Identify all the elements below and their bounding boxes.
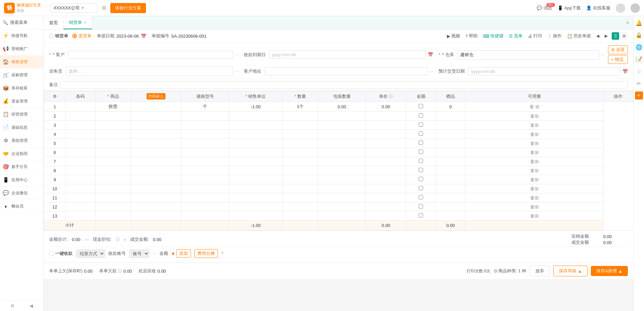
delete-row-9-icon[interactable]: 🗑 xyxy=(530,177,535,182)
order-num-value[interactable]: SA-20230606-001 xyxy=(171,34,207,39)
app-download-btn[interactable]: 📱 App下载 xyxy=(558,5,581,11)
copy-row-9-icon[interactable]: ⊞ xyxy=(535,177,539,182)
salesperson-more-icon[interactable]: ··· xyxy=(235,69,238,74)
date-value[interactable]: 2023-06-06 xyxy=(116,34,139,39)
gift-checkbox-6[interactable] xyxy=(419,150,423,154)
history-btn[interactable]: 📋 历史单据 xyxy=(566,32,592,40)
calendar-icon[interactable]: 📅 xyxy=(141,34,146,39)
copy-row-10-icon[interactable]: ⊞ xyxy=(535,186,539,191)
copy-row-12-icon[interactable]: ⊞ xyxy=(535,204,539,209)
gift-checkbox-7[interactable] xyxy=(419,159,423,163)
delete-row-6-icon[interactable]: 🗑 xyxy=(530,150,535,155)
add-payment-btn[interactable]: 添加 xyxy=(176,249,191,258)
radio-return[interactable]: 退货单 xyxy=(72,33,91,39)
sidebar-item-marketing[interactable]: 📢 营销推广 xyxy=(0,42,43,55)
expense-split-btn[interactable]: 费用分摊 xyxy=(194,249,218,258)
panel-lock-icon[interactable]: 🔒 xyxy=(635,31,643,39)
gift-checkbox-13[interactable] xyxy=(419,213,423,218)
copy-row-6-icon[interactable]: ⊞ xyxy=(535,150,539,155)
sidebar-collapse-icon[interactable]: ◀ xyxy=(30,303,33,308)
row-gift-1[interactable] xyxy=(406,102,436,112)
address-more-icon[interactable]: ··· xyxy=(430,69,433,74)
sidebar-item-app-center[interactable]: 📱 应用中心 xyxy=(0,173,43,187)
copy-row-11-icon[interactable]: ⊞ xyxy=(535,195,539,200)
copy-row-13-icon[interactable]: ⊞ xyxy=(535,213,539,219)
remarks-input[interactable] xyxy=(60,81,628,88)
delete-row-3-icon[interactable]: 🗑 xyxy=(530,122,535,128)
scan-button[interactable]: 扫码录入 xyxy=(147,93,165,100)
print-btn[interactable]: 🖨 打印 xyxy=(527,32,543,40)
tab-bar-close-icon[interactable]: × xyxy=(622,20,633,26)
row-product-1[interactable]: 拆货 xyxy=(95,102,131,112)
payment-more-icon[interactable]: ··· xyxy=(153,251,156,256)
save-new-button[interactable]: 保存&新增 ▲ xyxy=(591,266,628,276)
row-unit-1[interactable]: 个 xyxy=(181,102,229,112)
shortcut-btn[interactable]: ⌨ 快捷键 xyxy=(482,32,505,40)
copy-row-3-icon[interactable]: ⊞ xyxy=(535,122,539,128)
warehouse-input[interactable]: 建材仓 xyxy=(457,50,599,60)
grid-view-btn[interactable]: ⊞ xyxy=(620,32,628,40)
avatar[interactable] xyxy=(616,3,625,13)
receive-date-calendar-icon[interactable]: 📅 xyxy=(428,52,433,57)
delete-row-2-icon[interactable]: 🗑 xyxy=(530,113,535,119)
logistics-button[interactable]: + 物流 xyxy=(608,55,628,64)
expected-delivery-calendar-icon[interactable]: 📅 xyxy=(622,69,628,74)
customer-input[interactable] xyxy=(68,51,233,59)
sidebar-item-beginner[interactable]: 🎯 新手引导 xyxy=(0,160,43,173)
sidebar-item-vip[interactable]: ♦ 畅会员 xyxy=(0,200,43,213)
delete-row-8-icon[interactable]: 🗑 xyxy=(530,168,535,173)
sidebar-item-base-info[interactable]: 📄 基础信息 xyxy=(0,121,43,134)
sidebar-item-inventory[interactable]: 📦 库存核算 xyxy=(0,82,43,95)
delete-row-11-icon[interactable]: 🗑 xyxy=(530,195,535,200)
sidebar-settings-icon[interactable]: ⚙ xyxy=(10,303,14,308)
row-barcode-1[interactable] xyxy=(66,102,95,112)
customer-address-input[interactable] xyxy=(265,67,428,75)
gift-checkbox-3[interactable] xyxy=(419,122,423,127)
delete-row-7-icon[interactable]: 🗑 xyxy=(530,159,535,164)
operation-btn[interactable]: ⋮ 操作 xyxy=(546,32,563,40)
one-click-payment-checkbox[interactable]: 一键收款 xyxy=(49,250,73,257)
warehouse-more-icon[interactable]: ··· xyxy=(601,52,605,57)
one-click-checkbox[interactable] xyxy=(49,251,54,256)
sidebar-item-wechat[interactable]: 💬 企业微信 xyxy=(0,187,43,200)
copy-row-2-icon[interactable]: ⊞ xyxy=(535,113,539,119)
payment-method-select[interactable]: 结算方式 xyxy=(76,249,105,258)
delete-row-10-icon[interactable]: 🗑 xyxy=(530,186,535,191)
copy-row-8-icon[interactable]: ⊞ xyxy=(535,168,539,173)
product-type-icon[interactable]: ⊙ xyxy=(494,268,497,273)
save-draft-button[interactable]: 保存草稿 ▲ xyxy=(553,266,588,276)
sidebar-item-purchase-mgmt[interactable]: 🛒 采购管理 xyxy=(0,69,43,82)
tab-close-icon[interactable]: × xyxy=(84,20,86,25)
sidebar-item-operations[interactable]: 📋 经营管理 xyxy=(0,108,43,121)
video-btn[interactable]: ▶ 视频 xyxy=(446,32,461,40)
expense-info-icon[interactable]: ? xyxy=(221,251,224,256)
panel-note-icon[interactable]: 📝 xyxy=(635,55,643,63)
settings-icon[interactable]: ⚙ xyxy=(100,3,108,12)
gift-checkbox-2[interactable] xyxy=(419,113,423,118)
sidebar-search[interactable]: 🔍 搜索菜单 xyxy=(0,16,43,29)
gift-checkbox-12[interactable] xyxy=(419,204,423,208)
row-spec-1[interactable] xyxy=(131,102,181,112)
trial-button[interactable]: 体验行业方案 xyxy=(110,3,146,13)
sidebar-item-sys-mgmt[interactable]: ⚙ 系统管理 xyxy=(0,134,43,147)
panel-add-icon[interactable]: + xyxy=(635,91,643,100)
gift-checkbox-4[interactable] xyxy=(419,131,423,136)
gift-checkbox-11[interactable] xyxy=(419,195,423,199)
message-btn[interactable]: 💬 消息 99+ xyxy=(537,5,552,11)
add-payment-icon[interactable]: ● xyxy=(172,250,175,257)
receive-date-input[interactable]: yyyy-mm-dd xyxy=(269,50,426,59)
delete-row-1-icon[interactable]: 🗑 xyxy=(529,104,534,109)
copy-row-4-icon[interactable]: ⊞ xyxy=(535,131,539,137)
sidebar-item-finance[interactable]: 💰 资金管理 xyxy=(0,95,43,108)
copy-row-1-icon[interactable]: ⊞ xyxy=(535,104,539,109)
gift-checkbox-8[interactable] xyxy=(419,168,423,172)
abandon-button[interactable]: 放弃 xyxy=(530,266,550,276)
online-support-btn[interactable]: 👤 在线客服 xyxy=(586,5,610,11)
gift-checkbox-5[interactable] xyxy=(419,141,423,145)
delete-row-4-icon[interactable]: 🗑 xyxy=(530,131,535,137)
th-scan[interactable]: 扫码录入 xyxy=(131,91,181,102)
tab-sales-order[interactable]: 销货单 × xyxy=(64,16,92,29)
panel-edit-icon[interactable]: ✏ xyxy=(635,79,643,87)
radio-sales[interactable]: 销货单 xyxy=(49,33,68,39)
tab-home[interactable]: 首页 xyxy=(44,16,64,29)
